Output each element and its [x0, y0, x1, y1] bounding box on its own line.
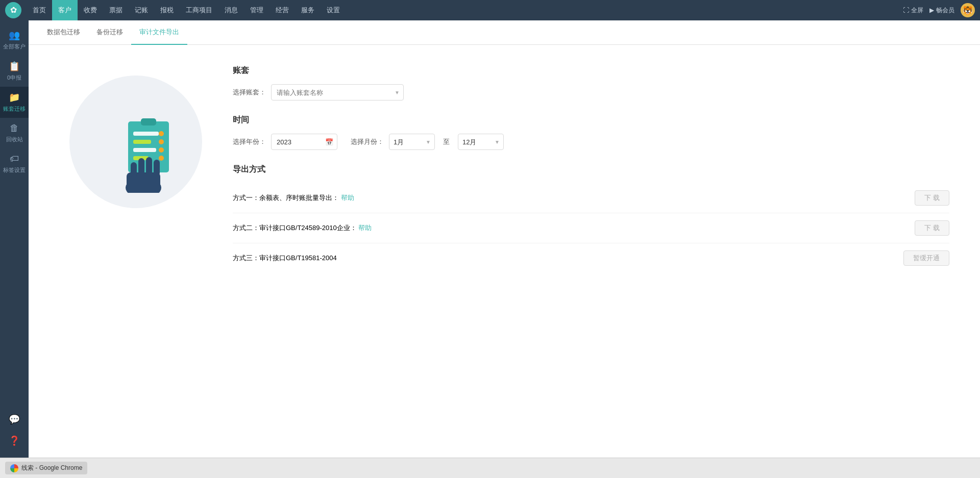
nav-manage[interactable]: 管理	[244, 0, 270, 20]
svg-rect-15	[138, 158, 144, 176]
sidebar-item-label: 标签设置	[3, 166, 26, 174]
taskbar-chrome-item[interactable]: 线索 - Google Chrome	[5, 462, 87, 474]
method1-text: 方式一：余额表、序时账批量导出： 帮助	[233, 193, 354, 203]
nav-business[interactable]: 工商项目	[180, 0, 218, 20]
sidebar-item-all-clients[interactable]: 👥 全部客户	[0, 24, 29, 56]
month-to-select[interactable]: 1月 2月 3月 4月 5月 6月 7月 8月 9月 10月 11月	[458, 134, 504, 150]
fullscreen-btn[interactable]: ⛶ 全屏	[903, 6, 923, 15]
method1-label: 方式一：余额表、序时账批量导出：	[233, 194, 339, 202]
svg-rect-14	[131, 162, 137, 178]
nav-client[interactable]: 客户	[52, 0, 78, 20]
svg-rect-16	[146, 157, 152, 176]
nav-service[interactable]: 服务	[295, 0, 321, 20]
sidebar-item-label: 0申报	[7, 74, 21, 82]
content-area: 数据包迁移 备份迁移 审计文件导出	[29, 20, 980, 458]
method2-download-btn[interactable]: 下 载	[915, 220, 949, 236]
main-layout: 👥 全部客户 📋 0申报 📁 账套迁移 🗑 回收站 🏷 标签设置 💬 ❓	[0, 20, 980, 458]
sidebar-bottom: 💬 ❓	[0, 409, 29, 458]
month-label: 选择月份：	[351, 137, 384, 146]
svg-rect-5	[133, 140, 151, 144]
nav-tax[interactable]: 报税	[154, 0, 180, 20]
page-content: 账套 选择账套： ▼ 时间 选择年份：	[29, 45, 980, 458]
sidebar-item-label: 回收站	[6, 136, 23, 143]
illustration-svg	[85, 91, 187, 193]
time-section-title: 时间	[233, 115, 949, 125]
nav-settings[interactable]: 设置	[321, 0, 346, 20]
tag-icon: 🏷	[10, 154, 19, 164]
svg-point-8	[159, 131, 164, 136]
svg-text:✿: ✿	[10, 6, 17, 14]
sidebar-item-tag-settings[interactable]: 🏷 标签设置	[0, 148, 29, 179]
nav-operation[interactable]: 经营	[270, 0, 295, 20]
export-method-2: 方式二：审计接口GB/T24589-2010企业： 帮助 下 载	[233, 213, 949, 243]
year-label: 选择年份：	[233, 137, 266, 146]
method3-text: 方式三：审计接口GB/T19581-2004	[233, 254, 337, 263]
svg-point-10	[159, 147, 164, 153]
sidebar-help[interactable]: ❓	[0, 430, 29, 451]
tab-audit-export[interactable]: 审计文件导出	[131, 20, 187, 45]
nav-invoice[interactable]: 票据	[103, 0, 129, 20]
top-nav: ✿ 首页 客户 收费 票据 记账 报税 工商项目 消息 管理 经营 服务 设置 …	[0, 0, 980, 20]
app-logo: ✿	[5, 2, 21, 18]
user-avatar[interactable]: 🐯	[961, 3, 975, 17]
nav-message[interactable]: 消息	[218, 0, 244, 20]
nav-items: 首页 客户 收费 票据 记账 报税 工商项目 消息 管理 经营 服务 设置	[27, 0, 903, 20]
year-input-wrapper: 📅	[271, 134, 337, 150]
sidebar-chat[interactable]: 💬	[0, 409, 29, 430]
sidebar-item-label: 账套迁移	[3, 105, 26, 113]
account-section: 账套 选择账套： ▼	[233, 65, 949, 100]
nav-right: ⛶ 全屏 ▶ 畅会员 🐯	[903, 3, 975, 17]
chat-icon: 💬	[9, 414, 20, 425]
sidebar-item-zero-report[interactable]: 📋 0申报	[0, 56, 29, 87]
fullscreen-label: 全屏	[911, 6, 923, 15]
account-label: 选择账套：	[233, 88, 266, 97]
migration-icon: 📁	[9, 92, 20, 103]
time-section: 时间 选择年份： 📅 选择月份： 1月 2月 3月	[233, 115, 949, 150]
nav-bookkeeping[interactable]: 记账	[129, 0, 154, 20]
tab-backup-migration[interactable]: 备份迁移	[88, 20, 131, 45]
tab-data-migration[interactable]: 数据包迁移	[39, 20, 88, 45]
export-method-1: 方式一：余额表、序时账批量导出： 帮助 下 载	[233, 183, 949, 213]
clients-icon: 👥	[9, 30, 20, 41]
svg-rect-3	[141, 118, 156, 125]
report-icon: 📋	[9, 61, 20, 72]
illustration-area	[59, 65, 212, 437]
svg-point-9	[159, 139, 164, 144]
method3-open-btn[interactable]: 暂缓开通	[903, 250, 949, 266]
method1-download-btn[interactable]: 下 载	[915, 190, 949, 206]
svg-point-11	[159, 156, 164, 161]
to-separator: 至	[443, 137, 450, 146]
export-section-title: 导出方式	[233, 164, 949, 175]
method2-text: 方式二：审计接口GB/T24589-2010企业： 帮助	[233, 223, 372, 233]
fullscreen-icon: ⛶	[903, 7, 909, 14]
sidebar-item-trash[interactable]: 🗑 回收站	[0, 118, 29, 148]
taskbar: 线索 - Google Chrome	[0, 458, 980, 478]
month-from-wrapper: 1月 2月 3月 4月 5月 6月 7月 8月 9月 10月 11月	[389, 134, 435, 150]
member-btn[interactable]: ▶ 畅会员	[929, 6, 954, 15]
member-label: 畅会员	[936, 6, 954, 15]
trash-icon: 🗑	[10, 123, 19, 134]
svg-rect-4	[133, 132, 159, 136]
form-area: 账套 选择账套： ▼ 时间 选择年份：	[212, 65, 949, 437]
sidebar: 👥 全部客户 📋 0申报 📁 账套迁移 🗑 回收站 🏷 标签设置 💬 ❓	[0, 20, 29, 458]
chrome-icon	[10, 464, 18, 472]
method3-label: 方式三：审计接口GB/T19581-2004	[233, 254, 337, 262]
export-method-3: 方式三：审计接口GB/T19581-2004 暂缓开通	[233, 243, 949, 273]
nav-fee[interactable]: 收费	[78, 0, 103, 20]
method2-help-link[interactable]: 帮助	[358, 224, 372, 232]
sidebar-item-label: 全部客户	[3, 43, 26, 51]
svg-rect-17	[154, 160, 160, 176]
year-input[interactable]	[271, 134, 337, 150]
sidebar-item-migration[interactable]: 📁 账套迁移	[0, 87, 29, 118]
method1-help-link[interactable]: 帮助	[341, 194, 354, 202]
svg-rect-6	[133, 148, 156, 152]
play-icon: ▶	[929, 7, 934, 14]
account-section-title: 账套	[233, 65, 949, 76]
month-from-select[interactable]: 1月 2月 3月 4月 5月 6月 7月 8月 9月 10月 11月	[389, 134, 435, 150]
tab-bar: 数据包迁移 备份迁移 审计文件导出	[29, 20, 980, 45]
export-section: 导出方式 方式一：余额表、序时账批量导出： 帮助 下 载 方式二：审计接口GB/…	[233, 164, 949, 273]
nav-home[interactable]: 首页	[27, 0, 52, 20]
account-row: 选择账套： ▼	[233, 84, 949, 100]
account-select-wrapper: ▼	[271, 84, 404, 100]
account-input[interactable]	[271, 84, 404, 100]
